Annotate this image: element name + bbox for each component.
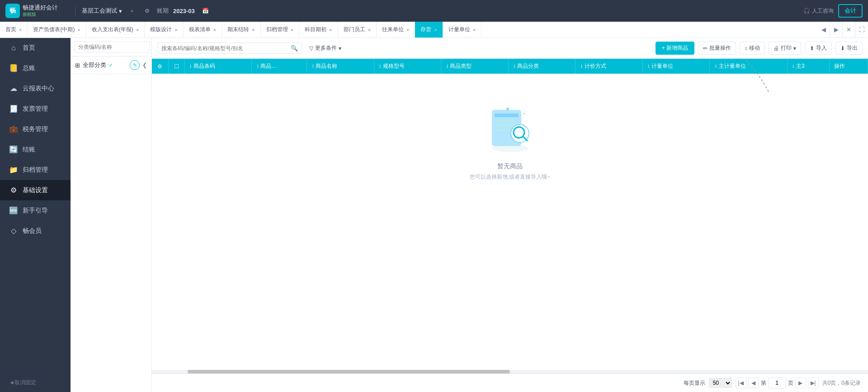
tab-item[interactable]: 部门员工×	[338, 22, 377, 38]
th-spec[interactable]: ↕ 规格型号	[374, 59, 441, 74]
cancel-pin-btn[interactable]: ◄取消固定	[0, 373, 71, 392]
add-product-btn[interactable]: + 新增商品	[656, 42, 694, 55]
tab-close-btn[interactable]: ×	[434, 27, 437, 33]
th-settings[interactable]: ⚙	[152, 59, 168, 74]
sidebar-item-tax[interactable]: 💼 税务管理	[0, 119, 71, 139]
th-main-unit[interactable]: ↕ 主计量单位	[710, 59, 787, 74]
tab-close-btn[interactable]: ×	[329, 27, 332, 33]
tab-close-btn[interactable]: ×	[136, 27, 139, 33]
svg-rect-3	[495, 113, 519, 117]
sidebar-item-home[interactable]: ⌂ 首页	[0, 38, 71, 58]
tab-close-all[interactable]: ✕	[843, 22, 855, 38]
tab-item[interactable]: 税表清单×	[184, 22, 222, 38]
tab-label: 计量单位	[448, 26, 470, 33]
tab-label: 科目期初	[305, 26, 326, 33]
page-size-select[interactable]: 50 100 200	[709, 378, 732, 388]
sidebar-label-report: 云报表中心	[23, 85, 54, 93]
sidebar-label-home: 首页	[23, 44, 35, 52]
th-category[interactable]: ↕ 商品分类	[508, 59, 576, 74]
tab-item[interactable]: 存货×	[415, 22, 443, 38]
move-btn[interactable]: ↕ 移动	[740, 42, 765, 55]
human-consult-btn[interactable]: 🎧 人工咨询	[803, 7, 834, 15]
tab-item[interactable]: 往来单位×	[377, 22, 415, 38]
sidebar-item-guide[interactable]: 🆕 新手引导	[0, 200, 71, 221]
prev-page-btn[interactable]: ◀	[748, 378, 759, 388]
sidebar-label-tax: 税务管理	[23, 125, 48, 133]
th-code[interactable]: ↕ 商品...	[252, 59, 307, 74]
main-search-input[interactable]	[161, 45, 289, 52]
th-unit[interactable]: ↕ 计量单位	[642, 59, 710, 74]
batch-op-btn[interactable]: ✏ 批量操作	[698, 42, 736, 55]
export-btn[interactable]: ⬇ 导出	[835, 42, 863, 55]
last-page-btn[interactable]: ▶|	[808, 378, 819, 388]
filter-btn[interactable]: ▽ 更多条件 ▾	[306, 43, 345, 54]
th-barcode[interactable]: ↕ 商品条码	[184, 59, 252, 74]
tab-close-btn[interactable]: ×	[252, 27, 255, 33]
tax-icon: 💼	[9, 125, 18, 133]
horizontal-scroll[interactable]	[152, 370, 868, 373]
report-icon: ☁	[9, 84, 18, 93]
th-checkbox[interactable]: ☐	[168, 59, 184, 74]
add-tab-button[interactable]: ＋	[127, 5, 137, 17]
sidebar-item-basic[interactable]: ⚙ 基础设置	[0, 180, 71, 200]
sidebar-item-member[interactable]: ◇ 畅会员	[0, 221, 71, 241]
tab-item[interactable]: 科目期初×	[299, 22, 338, 38]
tab-label: 资产负债表(中期)	[33, 26, 75, 33]
tab-scroll-right[interactable]: ▶	[830, 22, 843, 38]
th-type[interactable]: ↕ 商品类型	[441, 59, 509, 74]
tab-close-btn[interactable]: ×	[291, 27, 293, 33]
category-search-input[interactable]	[74, 42, 150, 52]
tab-close-btn[interactable]: ×	[175, 27, 177, 33]
sidebar-item-invoice[interactable]: 🧾 发票管理	[0, 99, 71, 119]
tab-item[interactable]: 期末结转×	[222, 22, 260, 38]
tab-item[interactable]: 模版设计×	[145, 22, 183, 38]
content-area: 🔍 ⊞ 全部分类 ✓ ✎ ❮ 🔍	[71, 38, 868, 392]
tab-item[interactable]: 资产负债表(中期)×	[28, 22, 86, 38]
import-btn[interactable]: ⬆ 导入	[805, 42, 832, 55]
account-button[interactable]: 会计	[838, 4, 863, 18]
tab-close-btn[interactable]: ×	[77, 27, 80, 33]
print-btn[interactable]: 🖨 打印 ▾	[769, 42, 801, 55]
tab-close-btn[interactable]: ×	[213, 27, 216, 33]
tab-scroll-left[interactable]: ◀	[817, 22, 830, 38]
next-page-btn[interactable]: ▶	[795, 378, 806, 388]
grid-icon: ⊞	[75, 62, 80, 69]
per-page-label: 每页显示	[684, 379, 705, 387]
sidebar-item-report[interactable]: ☁ 云报表中心	[0, 78, 71, 99]
calendar-icon[interactable]: 📅	[199, 6, 212, 16]
sidebar-item-settle[interactable]: 🔄 结账	[0, 139, 71, 160]
scroll-thumb[interactable]	[188, 370, 510, 373]
search-icon[interactable]: 🔍	[291, 45, 298, 52]
settings-icon-btn[interactable]: ⚙	[142, 6, 152, 16]
tab-close-btn[interactable]: ×	[368, 27, 371, 33]
page-number-input[interactable]	[768, 378, 786, 388]
tab-expand[interactable]: ⛶	[855, 22, 868, 38]
svg-rect-6	[495, 129, 510, 131]
sidebar-item-ledger[interactable]: 📒 总账	[0, 58, 71, 78]
company-selector[interactable]: 基层工会测试 ▾	[82, 7, 122, 15]
tab-label: 首页	[5, 26, 16, 33]
import-icon: ⬆	[810, 45, 814, 52]
sidebar-item-archive[interactable]: 📁 归档管理	[0, 160, 71, 180]
chevron-down-icon: ▾	[119, 8, 122, 14]
empty-state: 暂无商品 您可以选择新增,或者直接导入哦~	[152, 74, 868, 208]
tab-close-btn[interactable]: ×	[473, 27, 476, 33]
category-edit-btn[interactable]: ✎	[130, 60, 140, 70]
th-col3[interactable]: ↕ 主3	[787, 59, 829, 74]
tab-item[interactable]: 计量单位×	[443, 22, 481, 38]
tab-item[interactable]: 归档管理×	[261, 22, 299, 38]
page-suffix: 页	[788, 379, 793, 387]
th-pricing[interactable]: ↕ 计价方式	[576, 59, 643, 74]
first-page-btn[interactable]: |◀	[736, 378, 746, 388]
empty-image	[483, 101, 537, 155]
app-logo: 畅	[5, 4, 20, 18]
tab-close-btn[interactable]: ×	[406, 27, 409, 33]
th-name[interactable]: ↕ 商品名称	[307, 59, 374, 74]
tab-close-btn[interactable]: ×	[19, 27, 22, 33]
tab-item[interactable]: 收入支出表(年报)×	[86, 22, 145, 38]
page-nav: |◀ ◀ 第 页 ▶ ▶|	[736, 378, 819, 388]
table-container: ⚙ ☐ ↕ 商品条码 ↕ 商品... ↕ 商品名称 ↕ 规格型号 ↕ 商品类型 …	[152, 59, 868, 370]
category-collapse-icon[interactable]: ❮	[142, 62, 147, 68]
sidebar-items: ⌂ 首页 📒 总账 ☁ 云报表中心 🧾 发票管理 💼 税务管理 🔄 结账 📁 归…	[0, 38, 71, 241]
tab-item[interactable]: 首页×	[0, 22, 28, 38]
